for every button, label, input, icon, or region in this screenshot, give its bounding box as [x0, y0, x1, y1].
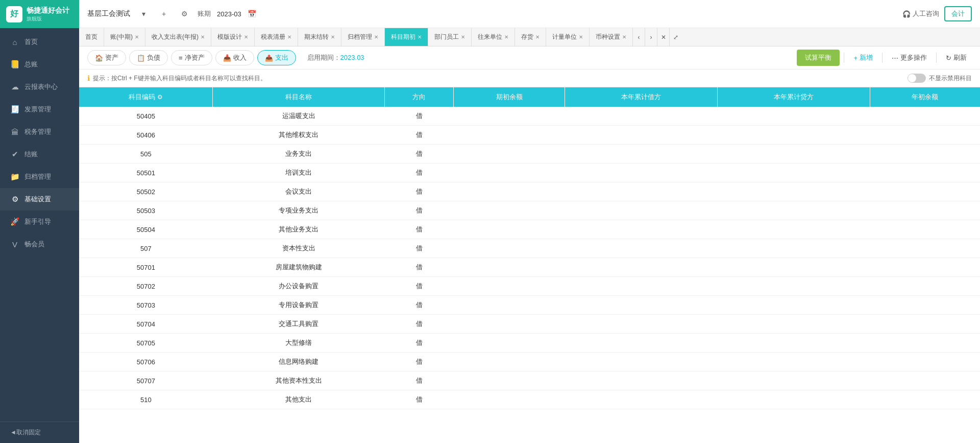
th-1: 科目名称: [213, 87, 385, 107]
add-btn[interactable]: + 新增: [848, 50, 878, 65]
table-row[interactable]: 50702办公设备购置借: [79, 277, 980, 296]
table-row[interactable]: 50704交通工具购置借: [79, 315, 980, 334]
sidebar-item-新手引导[interactable]: 🚀新手引导: [0, 211, 79, 233]
sidebar-item-基础设置[interactable]: ⚙基础设置: [0, 188, 79, 211]
tab-expand-btn[interactable]: ⤢: [670, 28, 682, 46]
tab-close-btn[interactable]: ✕: [535, 34, 540, 40]
tab-close-btn[interactable]: ✕: [201, 34, 205, 40]
cell-14-6: [870, 371, 980, 390]
tab-部门员工[interactable]: 部门员工✕: [428, 28, 472, 46]
tab-close-btn[interactable]: ✕: [244, 34, 248, 40]
tab-close-btn[interactable]: ✕: [374, 34, 378, 40]
cell-10-5: [717, 296, 870, 315]
cell-15-5: [717, 390, 870, 409]
tab-close-btn[interactable]: ✕: [461, 34, 465, 40]
tab-close-all-btn[interactable]: ✕: [657, 28, 670, 46]
settings-btn[interactable]: ⚙: [177, 7, 191, 21]
table-row[interactable]: 50705大型修缮借: [79, 334, 980, 353]
table-row[interactable]: 50701房屋建筑物购建借: [79, 258, 980, 277]
account-btn[interactable]: 会计: [944, 6, 972, 21]
sidebar-item-总账[interactable]: 📒总账: [0, 53, 79, 76]
table-row[interactable]: 50503专项业务支出借: [79, 201, 980, 220]
sidebar-item-归档管理[interactable]: 📁归档管理: [0, 166, 79, 188]
cell-11-5: [717, 315, 870, 334]
sidebar-item-畅会员[interactable]: V畅会员: [0, 233, 79, 255]
filter-tab-负债[interactable]: 📋负债: [129, 50, 168, 65]
tab-账(中期)[interactable]: 账(中期)✕: [104, 28, 145, 46]
th-5: 本年累计贷方: [717, 87, 870, 107]
table-row[interactable]: 50504其他业务支出借: [79, 220, 980, 239]
tab-币种设置[interactable]: 币种设置✕: [590, 28, 633, 46]
gear-icon[interactable]: ⚙: [157, 94, 163, 101]
disabled-toggle[interactable]: [908, 74, 926, 83]
tab-close-btn[interactable]: ✕: [135, 34, 139, 40]
more-btn[interactable]: ⋯ 更多操作: [887, 50, 932, 65]
table-row[interactable]: 510其他支出借: [79, 390, 980, 409]
tab-next-btn[interactable]: ›: [645, 28, 657, 46]
sidebar-item-发票管理[interactable]: 🧾发票管理: [0, 98, 79, 121]
table-row[interactable]: 50406其他维权支出借: [79, 126, 980, 145]
nav-icon-5: ✔: [10, 150, 19, 159]
period-label: 账期: [198, 9, 211, 18]
cell-15-3: [454, 390, 565, 409]
tab-收入支出表(年报)[interactable]: 收入支出表(年报)✕: [145, 28, 211, 46]
cell-11-3: [454, 315, 565, 334]
company-dropdown-btn[interactable]: ▾: [136, 7, 151, 21]
sidebar-item-云报表中心[interactable]: ☁云报表中心: [0, 76, 79, 98]
tab-close-btn[interactable]: ✕: [418, 34, 422, 40]
table-row[interactable]: 505业务支出借: [79, 145, 980, 164]
sidebar-item-结账[interactable]: ✔结账: [0, 143, 79, 166]
tab-归档管理[interactable]: 归档管理✕: [341, 28, 385, 46]
table-row[interactable]: 50502会议支出借: [79, 182, 980, 201]
refresh-btn[interactable]: ↻ 刷新: [941, 50, 972, 65]
tab-close-btn[interactable]: ✕: [622, 34, 626, 40]
support-btn[interactable]: 🎧 人工咨询: [902, 9, 939, 18]
tab-税表清册[interactable]: 税表清册✕: [255, 28, 298, 46]
cell-12-2: 借: [385, 334, 454, 353]
tab-科目期初[interactable]: 科目期初✕: [385, 28, 428, 46]
tab-计量单位[interactable]: 计量单位✕: [546, 28, 590, 46]
table-row[interactable]: 50501培训支出借: [79, 164, 980, 182]
sidebar-item-首页[interactable]: ⌂首页: [0, 31, 79, 53]
tab-close-btn[interactable]: ✕: [331, 34, 335, 40]
filter-tab-收入[interactable]: 📥收入: [215, 50, 254, 65]
tab-prev-btn[interactable]: ‹: [633, 28, 645, 46]
tab-期末结转[interactable]: 期末结转✕: [298, 28, 341, 46]
calc-balance-btn[interactable]: 试算平衡: [797, 50, 840, 66]
cell-11-0: 50704: [79, 315, 213, 334]
nav-icon-6: 📁: [10, 172, 19, 181]
table-row[interactable]: 507资本性支出借: [79, 239, 980, 258]
table-row[interactable]: 50707其他资本性支出借: [79, 371, 980, 390]
table-row[interactable]: 50405运温暖支出借: [79, 107, 980, 126]
filter-tab-净资产[interactable]: ≡净资产: [171, 50, 212, 65]
cell-10-3: [454, 296, 565, 315]
tab-模版设计[interactable]: 模版设计✕: [211, 28, 255, 46]
tab-close-btn[interactable]: ✕: [579, 34, 583, 40]
cell-13-1: 信息网络购建: [213, 353, 385, 371]
cell-8-6: [870, 258, 980, 277]
add-company-btn[interactable]: +: [157, 7, 171, 21]
cell-12-0: 50705: [79, 334, 213, 353]
filter-tab-资产[interactable]: 🏠资产: [87, 50, 126, 65]
cell-1-1: 其他维权支出: [213, 126, 385, 145]
cell-8-2: 借: [385, 258, 454, 277]
tab-首页[interactable]: 首页: [79, 28, 104, 46]
sidebar-pin-toggle[interactable]: ◄取消固定: [0, 422, 79, 443]
filter-tab-支出[interactable]: 📤支出: [257, 50, 296, 65]
tab-close-btn[interactable]: ✕: [287, 34, 291, 40]
sidebar-item-税务管理[interactable]: 🏛税务管理: [0, 121, 79, 143]
cell-12-4: [565, 334, 717, 353]
cell-11-6: [870, 315, 980, 334]
cell-1-4: [565, 126, 717, 145]
tab-存货[interactable]: 存货✕: [515, 28, 546, 46]
refresh-icon: ↻: [946, 54, 951, 62]
table-row[interactable]: 50706信息网络购建借: [79, 353, 980, 371]
cell-1-3: [454, 126, 565, 145]
cell-10-2: 借: [385, 296, 454, 315]
table-row[interactable]: 50703专用设备购置借: [79, 296, 980, 315]
table-body: 50405运温暖支出借50406其他维权支出借505业务支出借50501培训支出…: [79, 107, 980, 409]
calendar-icon[interactable]: 📅: [248, 10, 256, 18]
cell-6-1: 其他业务支出: [213, 220, 385, 239]
tab-close-btn[interactable]: ✕: [504, 34, 508, 40]
tab-往来单位[interactable]: 往来单位✕: [472, 28, 515, 46]
